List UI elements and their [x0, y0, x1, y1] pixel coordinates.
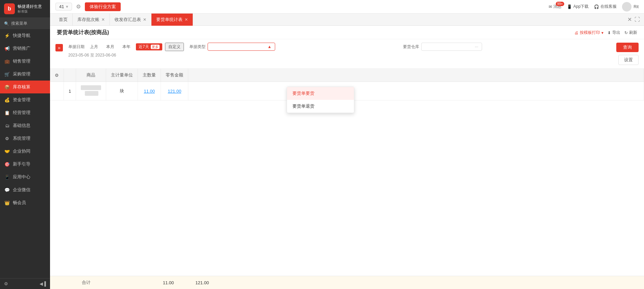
notification-badge: 99+	[556, 2, 564, 6]
date-btn-this-month[interactable]: 本月	[103, 43, 117, 50]
footer-qty-cell: 11.00	[151, 280, 185, 285]
qty-link[interactable]: 11.00	[144, 89, 155, 94]
th-index	[64, 69, 76, 82]
sidebar-item-marketing[interactable]: 📢 营销推广	[0, 42, 50, 55]
sidebar-item-basic[interactable]: 🗂 基础信息	[0, 119, 50, 132]
warehouse-filter-group: 要货仓库 ···	[403, 43, 611, 51]
sidebar-item-wechat[interactable]: 💬 企业微信	[0, 183, 50, 196]
app-logo-icon: b	[4, 3, 15, 14]
th-settings[interactable]: ⚙	[50, 69, 64, 82]
filter-bar: » 单据日期 上月 本月 本年 近7天 更多 自定义 2023-05-06 至 …	[50, 39, 644, 69]
type-dropdown: 要货单要货 要货单退货	[287, 87, 354, 113]
chevron-down-icon: ▾	[66, 4, 68, 9]
date-filter-label: 单据日期	[68, 44, 85, 50]
header-left: 41 ▾ ⚙ 体验行业方案	[55, 2, 121, 11]
dropdown-item-order-return[interactable]: 要货单退货	[287, 100, 354, 113]
sidebar-item-inventory[interactable]: 📦 库存核算	[0, 81, 50, 93]
warehouse-select-box[interactable]: ···	[421, 43, 482, 51]
footer-label-cell: 合计	[77, 280, 118, 286]
tab-requisition-stat[interactable]: 要货单统计表 ✕	[151, 14, 193, 26]
sidebar-item-member[interactable]: 👑 畅会员	[0, 196, 50, 209]
amount-link[interactable]: 121.00	[168, 89, 181, 94]
tab-close-recv-summary[interactable]: ✕	[143, 17, 146, 22]
th-extra	[188, 69, 644, 82]
sales-icon: 💼	[4, 58, 10, 64]
settings-icon[interactable]: ⚙	[4, 281, 8, 286]
sidebar-item-purchase[interactable]: 🛒 采购管理	[0, 68, 50, 81]
phone-icon: 📱	[567, 4, 572, 9]
header: 41 ▾ ⚙ 体验行业方案 ✉ 消息 99+ 📱 App下载 🎧 在线客服	[50, 0, 644, 14]
sidebar-item-system[interactable]: ⚙ 系统管理	[0, 132, 50, 145]
tab-recv-summary[interactable]: 收发存汇总表 ✕	[110, 14, 151, 26]
th-product: 商品	[76, 69, 106, 82]
date-btn-custom[interactable]: 自定义	[165, 43, 184, 51]
company-selector[interactable]: 41 ▾	[55, 3, 72, 10]
sidebar-item-quick-nav[interactable]: ⚡ 快捷导航	[0, 29, 50, 42]
purchase-icon: 🛒	[4, 71, 10, 77]
wechat-icon: 💬	[4, 187, 10, 193]
tab-close-inventory-batch[interactable]: ✕	[101, 17, 105, 22]
tabs-bar: 首页 库存批次账 ✕ 收发存汇总表 ✕ 要货单统计表 ✕ ✕ ⛶	[50, 14, 644, 26]
warehouse-filter-label: 要货仓库	[403, 44, 419, 50]
dropdown-item-order-requisition[interactable]: 要货单要货	[287, 87, 354, 100]
sidebar-item-enterprise[interactable]: 🤝 企业协同	[0, 145, 50, 158]
avatar	[622, 2, 631, 12]
date-btn-this-year[interactable]: 本年	[120, 43, 133, 50]
refresh-button[interactable]: ↻ 刷新	[624, 30, 637, 36]
date-filter-row: 单据日期 上月 本月 本年 近7天 更多 自定义	[68, 43, 184, 51]
tab-close-all-button[interactable]: ✕	[627, 16, 632, 23]
date-btn-7days[interactable]: 近7天 更多	[136, 43, 162, 50]
sidebar-bottom: ⚙ ◀▐	[0, 278, 50, 289]
main-area: 41 ▾ ⚙ 体验行业方案 ✉ 消息 99+ 📱 App下载 🎧 在线客服	[50, 0, 644, 289]
table-footer: 合计 11.00 121.00	[50, 276, 644, 289]
sidebar-logo: b 畅捷通好生意 标准版	[0, 0, 50, 18]
sidebar-item-operation[interactable]: 📋 经营管理	[0, 106, 50, 119]
filter-expand-button[interactable]: »	[55, 44, 63, 51]
sidebar-item-appstore[interactable]: 📱 应用中心	[0, 171, 50, 183]
date-btn-last-month[interactable]: 上月	[87, 43, 101, 50]
page-actions: 🖨 按模板打印 ▾ ⬇ 导出 ↻ 刷新	[574, 30, 637, 36]
td-amount: 121.00	[161, 82, 188, 101]
type-filter-label: 单据类型	[189, 44, 206, 50]
app-download-button[interactable]: 📱 App下载	[567, 4, 589, 9]
sidebar-item-finance[interactable]: 💰 资金管理	[0, 93, 50, 106]
header-right: ✉ 消息 99+ 📱 App下载 🎧 在线客服 Rit	[549, 2, 639, 12]
search-menu-item[interactable]: 🔍 搜索菜单	[0, 18, 50, 29]
export-button[interactable]: ⬇ 导出	[607, 30, 620, 36]
notifications-button[interactable]: ✉ 消息 99+	[549, 4, 562, 9]
collapse-sidebar-button[interactable]: ◀▐	[40, 281, 46, 286]
basic-icon: 🗂	[4, 123, 10, 129]
export-icon: ⬇	[607, 30, 611, 35]
appstore-icon: 📱	[4, 174, 10, 180]
promo-button[interactable]: 体验行业方案	[85, 2, 121, 11]
tab-inventory-batch[interactable]: 库存批次账 ✕	[73, 14, 110, 26]
template-print-button[interactable]: 🖨 按模板打印 ▾	[574, 30, 603, 36]
search-icon: 🔍	[4, 21, 9, 26]
td-index: 1	[64, 82, 76, 101]
table-header-row: ⚙ 商品 主计量单位 主数量 零售金额	[50, 69, 644, 82]
sidebar-item-guide[interactable]: 🎯 新手引导	[0, 158, 50, 171]
sidebar: b 畅捷通好生意 标准版 🔍 搜索菜单 ⚡ 快捷导航 📢 营销推广 💼 销售管理…	[0, 0, 50, 289]
chevron-up-icon: ▲	[267, 44, 271, 49]
header-gear-icon[interactable]: ⚙	[76, 3, 81, 10]
td-unit: 块	[106, 82, 138, 101]
td-extra	[188, 82, 644, 101]
query-button[interactable]: 查询	[616, 43, 639, 52]
tab-expand-button[interactable]: ⛶	[635, 17, 640, 23]
sidebar-item-sales[interactable]: 💼 销售管理	[0, 55, 50, 68]
user-avatar-area[interactable]: Rit	[622, 2, 639, 12]
date-filter-group: 单据日期 上月 本月 本年 近7天 更多 自定义 2023-05-06 至 20…	[68, 43, 184, 58]
table-settings-icon[interactable]: ⚙	[55, 73, 59, 78]
product-spec-placeholder	[85, 91, 98, 96]
page-title-bar: 要货单统计表(按商品) 🖨 按模板打印 ▾ ⬇ 导出 ↻ 刷新	[50, 26, 644, 39]
marketing-icon: 📢	[4, 45, 10, 51]
action-buttons-group: 查询 设置	[616, 43, 639, 65]
more-badge: 更多	[151, 45, 160, 49]
date-range-row: 2023-05-06 至 2023-06-06	[68, 52, 184, 58]
tab-close-requisition-stat[interactable]: ✕	[185, 17, 188, 22]
footer-amount-cell: 121.00	[185, 280, 219, 285]
setting-button[interactable]: 设置	[618, 55, 639, 65]
type-select-box[interactable]: ▲	[208, 43, 275, 51]
tab-home[interactable]: 首页	[54, 14, 73, 26]
online-service-button[interactable]: 🎧 在线客服	[594, 4, 617, 9]
